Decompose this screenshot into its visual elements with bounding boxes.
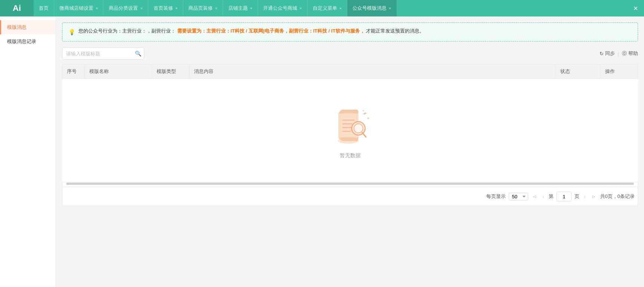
- empty-state: 暂无数据: [62, 79, 638, 181]
- nav-tab-4[interactable]: 商品页装修×: [183, 0, 223, 16]
- page-label: 第: [549, 193, 554, 200]
- nav-tab-close-7[interactable]: ×: [339, 6, 342, 10]
- table-header: 序号 模版名称 模版类型 消息内容 状态 操作: [62, 64, 638, 79]
- help-button[interactable]: ⓪ 帮助: [622, 50, 638, 57]
- alert-banner: 💡 您的公众号行业为：主营行业：，副营行业： 需要设置为：主营行业：IT科技 /…: [62, 22, 638, 42]
- close-all-button[interactable]: ✕: [627, 5, 644, 12]
- divider: |: [618, 51, 619, 57]
- nav-tab-6[interactable]: 开通公众号商城×: [258, 0, 307, 16]
- search-left: 🔍: [62, 48, 144, 59]
- nav-tab-3[interactable]: 首页装修×: [148, 0, 183, 16]
- svg-point-10: [367, 117, 369, 119]
- col-status: 状态: [556, 64, 601, 79]
- main-content: 💡 您的公众号行业为：主营行业：，副营行业： 需要设置为：主营行业：IT科技 /…: [56, 16, 644, 287]
- sidebar-item-template-message-log[interactable]: 模版消息记录: [0, 34, 56, 49]
- scrollbar-area[interactable]: [62, 183, 638, 187]
- nav-tab-close-3[interactable]: ×: [175, 6, 178, 10]
- scrollbar-track: [66, 183, 634, 185]
- nav-tab-close-8[interactable]: ×: [389, 6, 391, 10]
- sidebar-item-template-message[interactable]: 模版消息: [0, 20, 56, 34]
- search-right: ↻ 同步 | ⓪ 帮助: [600, 50, 638, 57]
- nav-tab-close-6[interactable]: ×: [299, 6, 302, 10]
- data-table: 序号 模版名称 模版类型 消息内容 状态 操作: [62, 64, 638, 181]
- col-type: 模版类型: [152, 64, 189, 79]
- col-action: 操作: [601, 64, 638, 79]
- svg-line-9: [363, 113, 366, 114]
- col-name: 模版名称: [85, 64, 152, 79]
- nav-tab-8[interactable]: 公众号模版消息×: [347, 0, 397, 16]
- nav-tab-close-1[interactable]: ×: [96, 6, 98, 10]
- help-icon: ⓪: [622, 50, 627, 57]
- col-content: 消息内容: [189, 64, 556, 79]
- svg-line-7: [362, 132, 366, 137]
- nav-tab-2[interactable]: 商品分类设置×: [104, 0, 148, 16]
- page-size-label: 每页显示: [486, 193, 506, 200]
- search-input-wrap: 🔍: [62, 48, 144, 59]
- total-text: 共0页，0条记录: [600, 193, 635, 200]
- empty-row: 暂无数据: [62, 79, 638, 182]
- logo: Ai: [0, 0, 34, 16]
- search-button[interactable]: 🔍: [135, 51, 141, 57]
- nav-tabs: 首页微商城店铺设置×商品分类设置×首页装修×商品页装修×店铺主题×开通公众号商城…: [34, 0, 627, 16]
- empty-illustration: [328, 101, 373, 146]
- pagination: 每页显示 50 10 20 100 ⊲ ‹ 第 页 › ⊳ 共0页，0条记录: [62, 187, 638, 206]
- svg-point-6: [354, 124, 363, 133]
- alert-text: 您的公众号行业为：主营行业：，副营行业： 需要设置为：主营行业：IT科技 / 互…: [78, 27, 424, 35]
- sync-icon: ↻: [600, 51, 604, 57]
- last-page-button[interactable]: ⊳: [590, 193, 597, 200]
- sidebar: 模版消息 模版消息记录: [0, 16, 56, 287]
- table-header-row: 序号 模版名称 模版类型 消息内容 状态 操作: [62, 64, 638, 79]
- layout: 模版消息 模版消息记录 💡 您的公众号行业为：主营行业：，副营行业： 需要设置为…: [0, 16, 644, 287]
- page-size-select[interactable]: 50 10 20 100: [509, 193, 528, 201]
- empty-text: 暂无数据: [340, 152, 361, 159]
- nav-tab-close-2[interactable]: ×: [140, 6, 142, 10]
- nav-tab-close-4[interactable]: ×: [215, 6, 217, 10]
- nav-tab-7[interactable]: 自定义菜单×: [308, 0, 347, 16]
- first-page-button[interactable]: ⊲: [531, 193, 538, 200]
- next-page-button[interactable]: ›: [582, 193, 587, 200]
- nav-tab-5[interactable]: 店铺主题×: [223, 0, 258, 16]
- prev-page-button[interactable]: ‹: [541, 193, 546, 200]
- search-input[interactable]: [62, 48, 144, 59]
- page-input[interactable]: [557, 192, 571, 201]
- table-body: 暂无数据: [62, 79, 638, 182]
- page-unit: 页: [574, 193, 579, 200]
- sync-button[interactable]: ↻ 同步: [600, 50, 615, 57]
- bulb-icon: 💡: [68, 28, 76, 37]
- col-index: 序号: [62, 64, 85, 79]
- nav-tab-0[interactable]: 首页: [34, 0, 54, 16]
- nav-tab-close-5[interactable]: ×: [250, 6, 252, 10]
- top-nav: Ai 首页微商城店铺设置×商品分类设置×首页装修×商品页装修×店铺主题×开通公众…: [0, 0, 644, 16]
- nav-tab-1[interactable]: 微商城店铺设置×: [54, 0, 104, 16]
- svg-point-11: [363, 110, 364, 112]
- search-bar: 🔍 ↻ 同步 | ⓪ 帮助: [62, 48, 638, 59]
